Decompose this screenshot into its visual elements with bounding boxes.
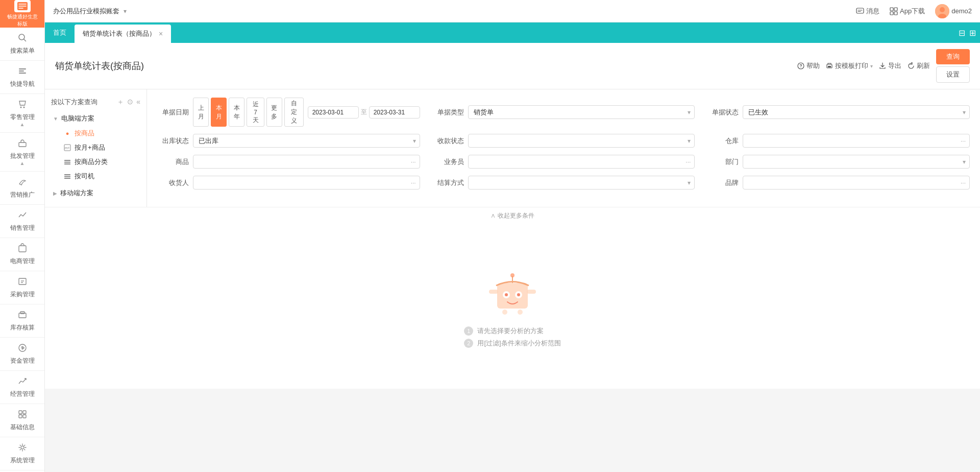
warehouse-dots-icon[interactable]: ··· — [961, 137, 966, 145]
svg-line-2 — [23, 39, 26, 41]
add-scheme-icon[interactable]: ＋ — [117, 98, 124, 107]
brand-dots-icon[interactable]: ··· — [961, 179, 966, 186]
doc-type-select[interactable]: 销货单 — [468, 105, 695, 119]
app-logo[interactable]: 畅捷通好生意 标版 — [0, 0, 45, 28]
date-tag-this-year[interactable]: 本年 — [229, 98, 244, 127]
sidebar-item-wholesale[interactable]: 批发管理 ▲ — [0, 133, 45, 172]
tabbar: 首页 销货单统计表（按商品） × ⊟ ⊞ — [45, 22, 980, 43]
payment-status-input[interactable] — [468, 134, 695, 148]
receiver-input[interactable] — [193, 176, 420, 190]
export-btn[interactable]: 导出 — [879, 61, 901, 70]
salesperson-dots-icon[interactable]: ··· — [685, 158, 691, 166]
sidebar-item-purchase[interactable]: 采购管理 — [0, 271, 45, 304]
tab-home-label: 首页 — [53, 28, 66, 37]
date-range: 至 — [308, 106, 420, 119]
tree-item-by-category[interactable]: 按商品分类 — [59, 155, 146, 169]
scheme-collapse-icon[interactable]: « — [136, 98, 140, 107]
tab-minimize-icon[interactable]: ⊟ — [959, 28, 965, 38]
tab-close-icon[interactable]: × — [159, 30, 163, 38]
app-download-btn[interactable]: App下载 — [890, 7, 925, 16]
by-category-label: 按商品分类 — [75, 157, 108, 167]
sidebar-expand-arrow: ▲ — [20, 122, 25, 127]
date-tag-more[interactable]: 更多 — [266, 98, 282, 127]
date-from-input[interactable] — [308, 106, 359, 119]
date-tag-custom[interactable]: 自定义 — [284, 98, 304, 127]
print-icon — [826, 62, 833, 69]
svg-rect-16 — [19, 411, 22, 414]
svg-point-20 — [21, 446, 24, 449]
svg-rect-17 — [23, 411, 26, 414]
sidebar-item-operation[interactable]: 经营管理 — [0, 371, 45, 404]
message-icon — [856, 7, 864, 15]
sidebar-item-nav[interactable]: 快捷导航 — [0, 61, 45, 94]
sidebar-item-search[interactable]: 搜索菜单 — [0, 28, 45, 61]
goods-dots-icon[interactable]: ··· — [411, 158, 416, 166]
sidebar-item-finance[interactable]: 资金管理 — [0, 338, 45, 371]
sidebar-item-base[interactable]: 基础信息 — [0, 404, 45, 437]
app-subtitle: 标版 — [17, 20, 28, 28]
tree-mobile-section[interactable]: ▶ 移动端方案 — [45, 185, 146, 201]
date-tag-this-month[interactable]: 本月 — [211, 98, 227, 127]
svg-rect-49 — [64, 160, 70, 161]
svg-rect-37 — [894, 8, 897, 11]
by-driver-label: 按司机 — [75, 172, 94, 181]
sidebar-item-inventory[interactable]: 库存核算 — [0, 304, 45, 338]
filter-date: 单据日期 上月 本月 本年 近7天 更多 自定义 — [157, 98, 420, 127]
sidebar-item-system[interactable]: 系统管理 — [0, 437, 45, 470]
industry-dropdown-icon[interactable]: ▾ — [124, 8, 127, 15]
date-tag-7days[interactable]: 近7天 — [247, 98, 264, 127]
svg-rect-18 — [19, 415, 22, 418]
sales-icon — [17, 210, 28, 224]
date-tag-last-month[interactable]: 上月 — [193, 98, 209, 127]
tree-item-by-goods[interactable]: ● 按商品 — [59, 126, 146, 140]
out-status-label: 出库状态 — [157, 136, 193, 146]
svg-rect-38 — [890, 12, 893, 15]
doc-status-label: 单据状态 — [707, 108, 743, 117]
sidebar-label-retail: 零售管理 — [10, 113, 35, 122]
print-btn[interactable]: 按模板打印 ▾ — [826, 61, 873, 70]
message-btn[interactable]: 消息 — [856, 7, 879, 16]
svg-rect-4 — [19, 70, 24, 72]
warehouse-input[interactable] — [743, 134, 970, 148]
brand-input[interactable] — [743, 176, 970, 190]
query-button[interactable]: 查询 — [936, 49, 970, 64]
help-btn[interactable]: 帮助 — [797, 61, 820, 70]
sidebar-item-retail[interactable]: 零售管理 ▲ — [0, 94, 45, 133]
doc-status-control: 已生效 ▾ — [743, 105, 970, 119]
refresh-btn[interactable]: 刷新 — [908, 61, 930, 70]
tab-active[interactable]: 销货单统计表（按商品） × — [75, 25, 171, 43]
print-dropdown-icon[interactable]: ▾ — [870, 63, 873, 69]
settlement-input[interactable] — [468, 176, 695, 190]
svg-rect-8 — [19, 143, 26, 147]
doc-status-select[interactable]: 已生效 — [743, 105, 970, 119]
tab-home[interactable]: 首页 — [45, 22, 75, 43]
receiver-dots-icon[interactable]: ··· — [411, 179, 416, 186]
goods-input[interactable] — [193, 155, 420, 169]
tree-item-by-driver[interactable]: 按司机 — [59, 169, 146, 183]
out-status-control: 已出库 ▾ — [193, 134, 420, 148]
tree-item-by-month-goods[interactable]: m+ 按月+商品 — [59, 140, 146, 155]
sidebar-item-ecommerce[interactable]: 电商管理 — [0, 238, 45, 271]
sidebar-item-sales[interactable]: 销售管理 — [0, 205, 45, 238]
tree-desktop-label: 电脑端方案 — [61, 114, 94, 123]
scheme-setting-icon[interactable]: ⊙ — [127, 98, 133, 107]
by-driver-icon — [63, 172, 71, 180]
svg-point-58 — [505, 293, 508, 296]
salesperson-input[interactable] — [468, 155, 695, 169]
date-to-input[interactable] — [369, 106, 420, 119]
svg-rect-3 — [19, 68, 26, 69]
by-month-goods-icon: m+ — [63, 144, 71, 152]
sidebar-item-marketing[interactable]: 营销推广 — [0, 172, 45, 205]
tab-expand-icon[interactable]: ⊞ — [969, 28, 976, 38]
collapse-bar[interactable]: ∧ 收起更多条件 — [45, 207, 980, 224]
message-label: 消息 — [866, 7, 879, 16]
tree-expand-arrow: ▼ — [53, 116, 58, 122]
dept-input[interactable] — [743, 155, 970, 169]
user-profile[interactable]: demo2 — [935, 4, 972, 18]
tree-mobile-label: 移动端方案 — [60, 188, 93, 198]
left-panel: 按以下方案查询 ＋ ⊙ « ▼ 电脑端方案 ● — [45, 89, 147, 207]
setting-button[interactable]: 设置 — [936, 66, 970, 83]
svg-point-65 — [518, 310, 523, 315]
out-status-select[interactable]: 已出库 — [193, 134, 420, 148]
tree-desktop-section[interactable]: ▼ 电脑端方案 — [45, 111, 146, 126]
